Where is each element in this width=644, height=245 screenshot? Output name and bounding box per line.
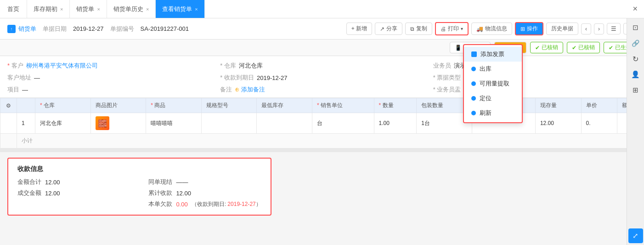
tab-close-history[interactable]: × xyxy=(146,6,149,12)
tab-close-sales[interactable]: × xyxy=(97,6,100,12)
col-unit-price: 单价 xyxy=(581,98,617,113)
doc-type-icon: ↑ xyxy=(7,25,16,33)
payment-info-area: 收款信息 金额合计 12.00 同单现结 —— 成交金额 12.00 累计收款 … xyxy=(0,152,644,221)
doc-type-badge: ↑ 销货单 xyxy=(7,25,36,33)
doc-number-value: SA-20191227-001 xyxy=(141,25,189,32)
balance-row: 本单欠款 0.00 （收款到期日: 2019-12-27） xyxy=(148,200,261,208)
tab-bar: 首页 库存期初 × 销货单 × 销货单历史 × 查看销货单 × × xyxy=(0,0,644,18)
print-icon: 🖨 xyxy=(441,26,446,32)
col-product-img: 商品图片 xyxy=(90,98,146,113)
blue-dot-icon-2 xyxy=(471,81,476,86)
cancelled-button[interactable]: ✔ 已核销 xyxy=(567,42,600,53)
total-amount-value: 12.00 xyxy=(45,179,60,186)
add-button[interactable]: + 新增 xyxy=(346,23,372,35)
col-settings[interactable]: ⚙ xyxy=(0,98,17,113)
product-image: 🧱 xyxy=(96,116,109,130)
sidebar-icon-expand[interactable]: ⊡ xyxy=(628,20,643,35)
project-label: 项目 xyxy=(7,85,19,94)
total-amount-label: 金额合计 xyxy=(17,178,41,186)
print-button[interactable]: 🖨 打印 ▾ xyxy=(435,22,469,35)
tab-sales-order[interactable]: 销货单 × xyxy=(70,0,107,18)
address-value: — xyxy=(34,74,40,81)
sidebar-icon-table[interactable]: ⊞ xyxy=(628,83,643,97)
tab-close-view[interactable]: × xyxy=(195,6,198,12)
tab-inventory-init[interactable]: 库存期初 × xyxy=(27,0,70,18)
col-sales-unit: * 销售单位 xyxy=(312,98,374,113)
operation-dropdown: 添加发票 出库 可用量提取 定位 刷新 xyxy=(463,44,523,123)
salesperson-label: 业务员 xyxy=(433,62,451,70)
payment-date-label: * 收款到期日 xyxy=(220,74,254,82)
total-amount-row: 金额合计 12.00 xyxy=(17,178,130,186)
warehouse-value: 河北仓库 xyxy=(239,62,263,70)
tab-sales-history[interactable]: 销货单历史 × xyxy=(107,0,156,18)
check-button[interactable]: ✔ 已核销 xyxy=(530,42,563,53)
dropdown-locate[interactable]: 定位 xyxy=(464,91,522,106)
warehouse-field: * 仓库 河北仓库 xyxy=(220,62,424,70)
logistics-button[interactable]: 🚚 物流信息 xyxy=(471,23,512,35)
same-order-settle-row: 同单现结 —— xyxy=(148,178,261,186)
operation-button[interactable]: ⊞ 操作 xyxy=(515,22,543,35)
customer-value: 柳州粤港平安气体有限公司 xyxy=(26,62,98,70)
dropdown-out-warehouse[interactable]: 出库 xyxy=(464,62,522,76)
copy-button[interactable]: ⧉ 复制 xyxy=(405,23,432,35)
blue-dot-icon xyxy=(471,67,476,71)
balance-label: 本单欠款 xyxy=(148,200,172,208)
note-label: 备注 xyxy=(220,85,232,94)
blue-dot-icon-4 xyxy=(471,111,476,115)
transaction-amount-row: 成交金额 12.00 xyxy=(17,189,130,197)
scroll-bar[interactable] xyxy=(0,148,644,152)
copy-icon: ⧉ xyxy=(410,26,414,32)
transaction-amount-value: 12.00 xyxy=(45,190,60,197)
document-header: ↑ 销货单 单据日期 2019-12-27 单据编号 SA-20191227-0… xyxy=(0,18,644,40)
balance-note: （收款到期日: 2019-12-27） xyxy=(192,200,261,208)
form-area: * 客户 柳州粤港平安气体有限公司 * 仓库 河北仓库 业务员 演示账号 客户地… xyxy=(0,56,644,98)
toolbar-right: + 新增 ↗ 分享 ⧉ 复制 🖨 打印 ▾ 🚚 物流信息 ⊞ 操作 历史单据 ‹… xyxy=(346,22,637,35)
note-field: 备注 ⊕ 添加备注 xyxy=(220,85,424,94)
same-order-settle-label: 同单现结 xyxy=(148,178,172,186)
cumulative-payment-label: 累计收款 xyxy=(148,189,172,197)
cumulative-payment-value: 12.00 xyxy=(176,190,191,197)
square-icon xyxy=(471,51,477,57)
col-spec: 规格型号 xyxy=(201,98,257,113)
table-container: ⚙ * 仓库 商品图片 * 商品 规格型号 最低库存 * 销售单位 * 数量 包… xyxy=(0,98,644,152)
add-note-button[interactable]: ⊕ 添加备注 xyxy=(235,85,265,94)
table-row: 1 河北仓库 🧱 嘻嘻嘻嘻 台 1.00 1台 12.00 0. xyxy=(0,113,644,134)
payment-title: 收款信息 xyxy=(17,165,261,173)
dropdown-available-qty[interactable]: 可用量提取 xyxy=(464,76,522,91)
grid-icon: ⊞ xyxy=(520,26,525,32)
same-order-settle-value: —— xyxy=(176,179,188,186)
tab-view-sales[interactable]: 查看销货单 × xyxy=(156,0,204,18)
prev-button[interactable]: ‹ xyxy=(581,23,591,34)
customer-field: * 客户 柳州粤港平安气体有限公司 xyxy=(7,62,211,70)
col-quantity: * 数量 xyxy=(374,98,417,113)
payment-box: 收款信息 金额合计 12.00 同单现结 —— 成交金额 12.00 累计收款 … xyxy=(7,158,271,216)
sidebar-icon-rotate[interactable]: ↻ xyxy=(628,51,643,66)
payment-grid: 金额合计 12.00 同单现结 —— 成交金额 12.00 累计收款 12.00… xyxy=(17,178,261,208)
print-dropdown-arrow: ▾ xyxy=(461,26,463,31)
ticket-type-label: * 票据类型 xyxy=(433,74,461,82)
next-button[interactable]: › xyxy=(594,23,604,34)
right-sidebar: ⊡ 🔗 ↻ 👤 ⊞ ⤢ xyxy=(627,18,644,221)
history-button[interactable]: 历史单据 xyxy=(546,23,578,35)
project-value: — xyxy=(22,86,28,93)
truck-icon: 🚚 xyxy=(476,26,483,32)
address-field: 客户地址 — xyxy=(7,74,211,82)
share-button[interactable]: ↗ 分享 xyxy=(375,23,402,35)
tab-close-inventory[interactable]: × xyxy=(60,6,63,12)
doc-date-label: 单据日期 xyxy=(43,25,67,33)
sidebar-icon-link[interactable]: 🔗 xyxy=(628,36,643,51)
customer-label: * 客户 xyxy=(7,62,23,70)
list-view-button[interactable]: ☰ xyxy=(607,23,621,34)
col-index xyxy=(17,98,35,113)
global-close-button[interactable]: × xyxy=(633,4,638,14)
dropdown-refresh[interactable]: 刷新 xyxy=(464,106,522,120)
effective-check-icon: ✔ xyxy=(609,45,613,51)
tab-home[interactable]: 首页 xyxy=(0,0,27,18)
subtotal-row: 小计 xyxy=(0,134,644,148)
sidebar-icon-user[interactable]: 👤 xyxy=(628,67,643,82)
dropdown-add-invoice[interactable]: 添加发票 xyxy=(464,47,522,62)
business-label: * 业务员盂 xyxy=(433,85,461,94)
project-field: 项目 — xyxy=(7,85,211,94)
col-current-stock: 现存量 xyxy=(535,98,581,113)
cancelled-check-icon: ✔ xyxy=(572,45,576,51)
